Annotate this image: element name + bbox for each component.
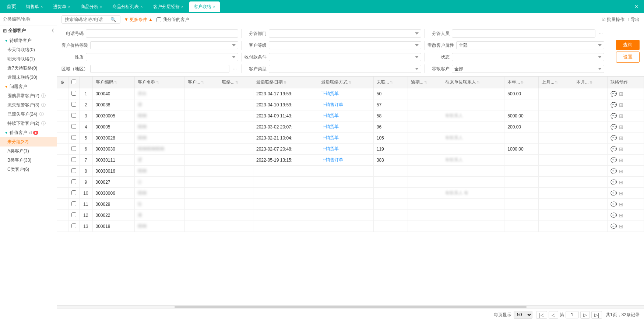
sidebar-item-today[interactable]: 今天待联络(0) bbox=[0, 45, 57, 54]
more-conditions-button[interactable]: ▼ 更多条件 ▲ bbox=[124, 17, 153, 23]
sidebar-item-tomorrow[interactable]: 明天待联络(1) bbox=[0, 54, 57, 64]
chat-icon[interactable]: 💬 bbox=[610, 146, 617, 152]
row-checkbox[interactable] bbox=[71, 212, 76, 217]
close-icon[interactable]: × bbox=[181, 4, 183, 9]
horizontal-scrollbar[interactable] bbox=[57, 305, 644, 308]
person-input[interactable] bbox=[452, 29, 595, 38]
last-method-link[interactable]: 下销货单 bbox=[321, 91, 339, 96]
close-icon[interactable]: × bbox=[100, 4, 102, 9]
row-checkbox[interactable] bbox=[71, 102, 76, 107]
search-icon[interactable]: 🔍 bbox=[110, 17, 116, 22]
sidebar-item-class-a[interactable]: A类客户(1) bbox=[0, 147, 57, 156]
sidebar-search-input[interactable] bbox=[3, 17, 57, 22]
close-icon[interactable]: × bbox=[140, 4, 142, 9]
nature-select[interactable] bbox=[86, 53, 238, 61]
chat-icon[interactable]: 💬 bbox=[610, 157, 617, 163]
th-overdue[interactable]: 逾期...⇅ bbox=[408, 77, 442, 88]
retail-select[interactable]: 全部 bbox=[452, 65, 604, 73]
th-customer-type[interactable]: 客户...⇅ bbox=[184, 77, 219, 88]
th-settings[interactable]: ⚙ bbox=[57, 77, 68, 88]
my-customers-checkbox[interactable]: 我分管的客户 bbox=[156, 17, 189, 23]
sidebar-all-customers[interactable]: ⊞ 全部客户 《 bbox=[0, 25, 57, 36]
more-icon[interactable]: ··· bbox=[598, 31, 604, 36]
collapse-icon[interactable]: 《 bbox=[50, 28, 54, 33]
main-search-input[interactable] bbox=[65, 17, 109, 22]
grid-action-icon[interactable]: ⊞ bbox=[619, 168, 623, 174]
row-checkbox[interactable] bbox=[71, 223, 76, 228]
page-number-input[interactable] bbox=[566, 311, 579, 318]
refresh-icon[interactable]: ↺ bbox=[29, 130, 32, 135]
my-customers-check[interactable] bbox=[156, 17, 161, 22]
chat-icon[interactable]: 💬 bbox=[610, 91, 617, 97]
sidebar-pending-contact[interactable]: ▼ 待联络客户 bbox=[0, 36, 57, 45]
row-checkbox[interactable] bbox=[71, 146, 76, 151]
phone-input[interactable] bbox=[86, 29, 238, 38]
grid-action-icon[interactable]: ⊞ bbox=[619, 102, 623, 108]
grid-action-icon[interactable]: ⊞ bbox=[619, 179, 623, 185]
chat-icon[interactable]: 💬 bbox=[610, 124, 617, 130]
first-page-button[interactable]: |◁ bbox=[536, 311, 547, 319]
close-icon[interactable]: × bbox=[41, 4, 43, 9]
bulk-operation-button[interactable]: ☑ 批量操作 bbox=[602, 17, 624, 23]
last-method-link[interactable]: 下销货单 bbox=[321, 113, 339, 118]
per-page-select[interactable]: 50 100 200 bbox=[514, 311, 532, 319]
chat-icon[interactable]: 💬 bbox=[610, 201, 617, 207]
chat-icon[interactable]: 💬 bbox=[610, 113, 617, 119]
status-select[interactable] bbox=[452, 53, 604, 61]
retail-attr-select[interactable]: 全部 bbox=[456, 41, 604, 49]
sidebar-item-7days[interactable]: 近7天待联络(0) bbox=[0, 64, 57, 73]
last-method-link[interactable]: 下销货单 bbox=[321, 124, 339, 129]
select-all-checkbox[interactable] bbox=[71, 80, 76, 84]
chat-icon[interactable]: 💬 bbox=[610, 102, 617, 108]
chat-icon[interactable]: 💬 bbox=[610, 190, 617, 196]
row-checkbox[interactable] bbox=[71, 135, 76, 140]
row-checkbox[interactable] bbox=[71, 113, 76, 118]
row-checkbox[interactable] bbox=[71, 91, 76, 96]
customer-type-select[interactable] bbox=[269, 65, 421, 73]
th-this-year[interactable]: 本年...⇅ bbox=[504, 77, 539, 88]
prev-page-button[interactable]: ◁ bbox=[549, 311, 558, 319]
sidebar-item-overdue[interactable]: 逾期未联络(30) bbox=[0, 73, 57, 82]
sidebar-item-class-b[interactable]: B类客户(33) bbox=[0, 156, 57, 165]
sidebar-item-unclassified[interactable]: 未分组(32) bbox=[0, 137, 57, 147]
nav-tab-sales[interactable]: 销售单 × bbox=[21, 1, 47, 12]
grid-action-icon[interactable]: ⊞ bbox=[619, 135, 623, 141]
th-unit-contact[interactable]: 往来单位联系人⇅ bbox=[442, 77, 504, 88]
row-checkbox[interactable] bbox=[71, 124, 76, 129]
window-close-button[interactable]: × bbox=[632, 3, 641, 10]
reset-button[interactable]: 设置 bbox=[616, 52, 640, 63]
chat-icon[interactable]: 💬 bbox=[610, 168, 617, 174]
row-checkbox[interactable] bbox=[71, 168, 76, 173]
grid-action-icon[interactable]: ⊞ bbox=[619, 91, 623, 97]
last-method-link[interactable]: 下销货单 bbox=[321, 135, 339, 140]
nav-tab-analysis[interactable]: 商品分析 × bbox=[76, 1, 106, 12]
sidebar-problem-customers[interactable]: ▼ 问题客户 bbox=[0, 82, 57, 91]
query-button[interactable]: 查询 bbox=[616, 40, 640, 50]
nav-tab-home[interactable]: 首页 bbox=[3, 3, 20, 10]
chat-icon[interactable]: 💬 bbox=[610, 223, 617, 229]
sidebar-item-abnormal[interactable]: 囤购异常客户(2) ⓘ bbox=[0, 91, 57, 100]
more-icon[interactable]: ··· bbox=[232, 66, 238, 71]
next-page-button[interactable]: ▷ bbox=[580, 311, 590, 319]
chat-icon[interactable]: 💬 bbox=[610, 135, 617, 141]
grid-action-icon[interactable]: ⊞ bbox=[619, 113, 623, 119]
sidebar-item-churn-warning[interactable]: 流失预警客户(3) ⓘ bbox=[0, 100, 57, 110]
last-page-button[interactable]: ▷| bbox=[591, 311, 602, 319]
row-checkbox[interactable] bbox=[71, 201, 76, 206]
row-checkbox[interactable] bbox=[71, 179, 76, 184]
row-checkbox[interactable] bbox=[71, 190, 76, 195]
last-method-link[interactable]: 下销售订单 bbox=[321, 157, 343, 162]
chat-icon[interactable]: 💬 bbox=[610, 179, 617, 185]
nav-tab-customer-contact[interactable]: 客户联络 × bbox=[189, 1, 219, 12]
grid-action-icon[interactable]: ⊞ bbox=[619, 157, 623, 163]
th-customer-code[interactable]: 客户编码⇅ bbox=[92, 77, 134, 88]
nav-tab-analysis-list[interactable]: 商品分析列表 × bbox=[108, 1, 147, 12]
payment-select[interactable] bbox=[269, 53, 421, 61]
export-button[interactable]: ↑ 导出 bbox=[627, 17, 640, 23]
grid-action-icon[interactable]: ⊞ bbox=[619, 146, 623, 152]
grid-action-icon[interactable]: ⊞ bbox=[619, 212, 623, 218]
th-last-month[interactable]: 上月...⇅ bbox=[539, 77, 573, 88]
grid-action-icon[interactable]: ⊞ bbox=[619, 124, 623, 130]
sidebar-item-declining[interactable]: 持续下滑客户(2) ⓘ bbox=[0, 119, 57, 128]
close-icon[interactable]: × bbox=[68, 4, 70, 9]
